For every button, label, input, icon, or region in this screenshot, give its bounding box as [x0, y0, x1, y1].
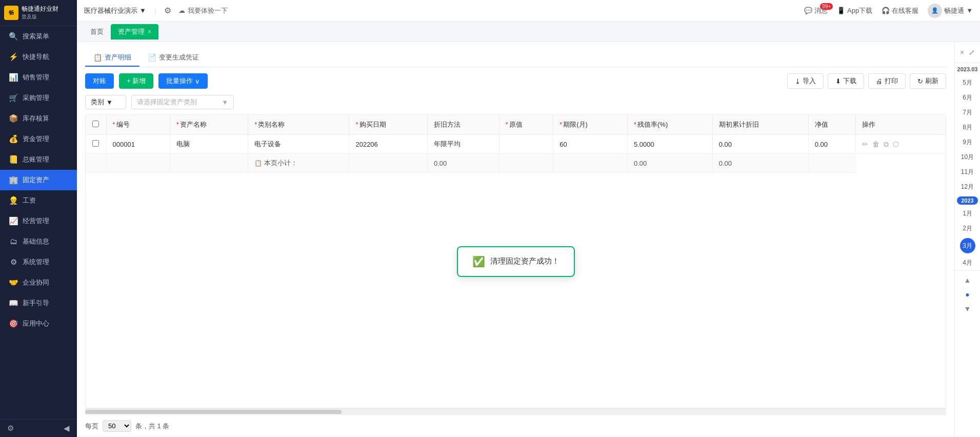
company-selector[interactable]: 医疗器械行业演示 ▼: [84, 6, 146, 15]
cell-actions: ✏ 🗑 ⧉ ⬡: [856, 135, 946, 154]
row-select-checkbox[interactable]: [92, 140, 99, 147]
sidebar-item-purchase[interactable]: 🛒 采购管理: [0, 88, 77, 108]
sidebar-item-label: 系统管理: [23, 257, 49, 267]
sidebar-item-payroll[interactable]: 👷 工资: [0, 190, 77, 211]
right-panel-close-icon[interactable]: ×: [958, 46, 966, 58]
category-select[interactable]: 类别 ▼: [85, 95, 126, 109]
system-icon: ⚙: [8, 257, 18, 267]
sidebar-item-finance[interactable]: 💰 资金管理: [0, 129, 77, 149]
right-panel-expand-icon[interactable]: ⤢: [967, 46, 977, 58]
month-item-7[interactable]: 7月: [955, 105, 980, 120]
month-item-10[interactable]: 10月: [955, 150, 980, 165]
sidebar-item-label: 新手引导: [23, 299, 49, 308]
sidebar-item-fixed-assets[interactable]: 🏢 固定资产: [0, 170, 77, 190]
delete-row-icon[interactable]: 🗑: [872, 140, 879, 148]
sidebar-item-search[interactable]: 🔍 搜索菜单: [0, 26, 77, 47]
user-profile[interactable]: 👤 畅捷通 ▼: [928, 4, 973, 18]
col-actions: 操作: [856, 115, 946, 135]
panel-circle-icon[interactable]: ●: [963, 288, 971, 301]
sidebar-item-ledger[interactable]: 📒 总账管理: [0, 149, 77, 170]
customer-service-label: 在线客服: [892, 6, 918, 15]
sidebar-item-inventory[interactable]: 📦 库存核算: [0, 108, 77, 129]
more-row-icon[interactable]: ⬡: [893, 140, 899, 148]
subtab-change-voucher[interactable]: 📄 变更生成凭证: [139, 49, 207, 67]
category-placeholder: 请选择固定资产类别: [137, 97, 197, 107]
subtab-asset-detail[interactable]: 📋 资产明细: [85, 49, 139, 67]
panel-up-icon[interactable]: ▲: [962, 274, 973, 286]
subtab-asset-detail-label: 资产明细: [105, 53, 131, 62]
col-depreciation: 折旧方法: [428, 115, 499, 135]
copy-row-icon[interactable]: ⧉: [884, 140, 889, 149]
month-item-9[interactable]: 9月: [955, 135, 980, 150]
topbar: 医疗器械行业演示 ▼ | ⚙ ☁ 我要体验一下 💬 消息 99+ 📱 App下载…: [77, 0, 980, 22]
add-button[interactable]: + 新增: [119, 73, 153, 89]
toast-success: ✅ 清理固定资产成功！: [457, 246, 575, 277]
reconcile-button[interactable]: 对账: [85, 73, 114, 89]
table-header-checkbox[interactable]: [86, 115, 106, 135]
year-badge-label: 2023: [957, 196, 977, 205]
settings-footer-icon[interactable]: ⚙: [7, 424, 14, 433]
row-checkbox[interactable]: [86, 135, 106, 154]
scrollbar-thumb[interactable]: [85, 410, 342, 414]
month-item-8[interactable]: 8月: [955, 120, 980, 135]
edit-row-icon[interactable]: ✏: [862, 140, 868, 148]
month-item-12[interactable]: 12月: [955, 180, 980, 194]
tab-close-icon[interactable]: ×: [148, 28, 151, 35]
sidebar-item-label: 搜索菜单: [23, 32, 49, 41]
sales-icon: 📊: [8, 73, 18, 82]
cloud-icon: ☁: [178, 7, 185, 14]
month-item-1[interactable]: 1月: [955, 206, 980, 221]
current-year-badge: 2023: [957, 194, 977, 206]
sidebar-item-system[interactable]: ⚙ 系统管理: [0, 252, 77, 272]
print-button[interactable]: 🖨 打印: [868, 73, 906, 89]
messages-button[interactable]: 💬 消息 99+: [804, 6, 828, 15]
tab-home[interactable]: 首页: [85, 24, 109, 39]
app-download-button[interactable]: 📱 App下载: [837, 6, 872, 15]
sidebar-item-management[interactable]: 📈 经营管理: [0, 211, 77, 231]
batch-chevron-icon: ∨: [195, 77, 200, 85]
month-item-11[interactable]: 11月: [955, 165, 980, 180]
cell-period: 60: [553, 135, 628, 154]
sidebar-item-sales[interactable]: 📊 销售管理: [0, 67, 77, 88]
month-item-6[interactable]: 6月: [955, 90, 980, 105]
col-original-value: *原值: [499, 115, 553, 135]
per-page-select[interactable]: 50 10 20 100: [103, 420, 131, 432]
customer-service-button[interactable]: 🎧 在线客服: [882, 6, 918, 15]
cell-category: 电子设备: [248, 135, 349, 154]
sidebar-item-quick-nav[interactable]: ⚡ 快捷导航: [0, 47, 77, 67]
sidebar-item-label: 固定资产: [23, 175, 49, 185]
category-type-input[interactable]: 请选择固定资产类别 ▼: [131, 95, 234, 109]
import-button[interactable]: ⤓ 导入: [787, 73, 824, 89]
message-icon: 💬: [804, 7, 812, 14]
topbar-divider: |: [154, 7, 156, 14]
active-month-container[interactable]: 3月: [960, 236, 975, 255]
sidebar-item-label: 经营管理: [23, 216, 49, 226]
sidebar-item-app-center[interactable]: 🎯 应用中心: [0, 313, 77, 334]
experience-button[interactable]: ☁ 我要体验一下: [178, 6, 228, 15]
download-button[interactable]: ⬇ 下载: [828, 73, 864, 89]
month-item-4[interactable]: 4月: [955, 255, 980, 270]
month-item-5[interactable]: 5月: [955, 75, 980, 90]
topbar-settings-icon[interactable]: ⚙: [164, 6, 171, 15]
sidebar-item-label: 销售管理: [23, 73, 49, 82]
sidebar-item-enterprise[interactable]: 🤝 企业协同: [0, 272, 77, 293]
guide-icon: 📖: [8, 299, 18, 308]
refresh-button[interactable]: ↻ 刷新: [910, 73, 946, 89]
subtotal-label: 本页小计：: [264, 159, 297, 167]
select-all-checkbox[interactable]: [92, 121, 99, 127]
panel-down-icon[interactable]: ▼: [962, 303, 973, 315]
sidebar-item-guide[interactable]: 📖 新手引导: [0, 293, 77, 313]
enterprise-icon: 🤝: [8, 278, 18, 287]
batch-button[interactable]: 批量操作 ∨: [158, 73, 208, 89]
tab-asset-management[interactable]: 资产管理 ×: [111, 24, 158, 39]
app-subtitle: 普及版: [22, 13, 58, 21]
horizontal-scrollbar[interactable]: [85, 408, 946, 414]
app-center-icon: 🎯: [8, 319, 18, 328]
month-item-2[interactable]: 2月: [955, 221, 980, 236]
sidebar-item-basic-info[interactable]: 🗂 基础信息: [0, 231, 77, 252]
month-item-3-active[interactable]: 3月: [960, 238, 975, 253]
collapse-sidebar-icon[interactable]: ◀: [64, 424, 70, 433]
subtotal-accumulated: 0.00: [627, 154, 712, 173]
table-row: 000001 电脑 电子设备 202206 年限平均 60 5.0000 0.0…: [86, 135, 946, 154]
total-count: 条，共 1 条: [135, 422, 169, 431]
